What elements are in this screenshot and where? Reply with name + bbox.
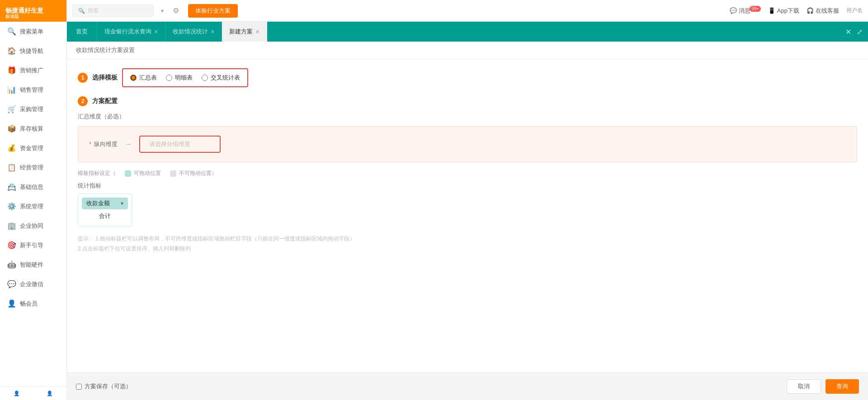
sidebar-item-corp-wechat[interactable]: 💬 企业微信 bbox=[0, 274, 66, 294]
sidebar-item-search-menu[interactable]: 🔍 搜索菜单 bbox=[0, 22, 66, 41]
operation-icon: 📋 bbox=[7, 163, 16, 172]
sidebar-bottom-avatar1[interactable]: 👤 bbox=[14, 391, 20, 396]
tab-home[interactable]: 首页 bbox=[67, 22, 97, 42]
main-area: 🔍 搜索 ▾ ⚙ 体验行业方案 💬 消息 99+ 📱 App下载 🎧 在线客服 … bbox=[67, 0, 868, 400]
save-checkbox[interactable] bbox=[76, 384, 82, 390]
topbar-right: 💬 消息 99+ 📱 App下载 🎧 在线客服 用户名 bbox=[730, 7, 863, 15]
step1-num: 1 bbox=[78, 73, 88, 83]
template-options: 汇总表 明细表 交叉统计表 bbox=[122, 68, 248, 87]
sidebar-item-capital[interactable]: 💰 资金管理 bbox=[0, 138, 66, 158]
download-item[interactable]: 📱 App下载 bbox=[768, 7, 799, 15]
sidebar-item-inventory[interactable]: 📦 库存核算 bbox=[0, 119, 66, 138]
topbar-chevron-icon[interactable]: ▾ bbox=[161, 8, 164, 14]
tab-home-label: 首页 bbox=[76, 28, 88, 36]
tab-new-plan-close-icon[interactable]: × bbox=[255, 28, 259, 35]
inventory-icon: 📦 bbox=[7, 124, 16, 133]
radio-detail-input[interactable] bbox=[166, 75, 172, 81]
sidebar-item-system[interactable]: ⚙️ 系统管理 bbox=[0, 197, 66, 216]
sidebar-item-operation[interactable]: 📋 经营管理 bbox=[0, 158, 66, 177]
hint-line-1: 提示： 1.拖动标题栏可以调整布局，不可跨维度或指标区域拖动栏目字段（只能在同一… bbox=[78, 234, 857, 244]
sidebar-item-newbie[interactable]: 🎯 新手引导 bbox=[0, 235, 66, 255]
dimension-arrow-icon: → bbox=[125, 140, 132, 148]
radio-summary-label: 汇总表 bbox=[139, 74, 157, 82]
sidebar-item-label: 采购管理 bbox=[20, 105, 43, 113]
sidebar-item-basic-info[interactable]: 📇 基础信息 bbox=[0, 177, 66, 197]
radio-cross-input[interactable] bbox=[202, 75, 208, 81]
gift-icon: 🎁 bbox=[7, 66, 16, 75]
topbar-gear-icon[interactable]: ⚙ bbox=[173, 6, 179, 15]
search-box[interactable]: 🔍 搜索 bbox=[72, 5, 154, 17]
sidebar-item-label: 资金管理 bbox=[20, 144, 43, 152]
sidebar-item-quick-nav[interactable]: 🏠 快捷导航 bbox=[0, 41, 66, 61]
search-icon: 🔍 bbox=[78, 8, 85, 14]
indicator-tag[interactable]: 收款金额 ▾ bbox=[82, 198, 128, 209]
sidebar-item-purchase[interactable]: 🛒 采购管理 bbox=[0, 99, 66, 119]
radio-summary[interactable]: 汇总表 bbox=[130, 74, 157, 82]
sidebar: 畅捷通好生意 标准版 🔍 搜索菜单 🏠 快捷导航 🎁 营销推广 📊 销售管理 🛒… bbox=[0, 0, 67, 400]
tab-cashflow[interactable]: 现金银行流水查询 × bbox=[97, 22, 165, 42]
tab-new-plan[interactable]: 新建方案 × bbox=[222, 22, 267, 42]
home-icon: 🏠 bbox=[7, 47, 16, 55]
tabbar-right-controls: ✕ ⤢ bbox=[840, 22, 868, 42]
radio-cross[interactable]: 交叉统计表 bbox=[202, 74, 240, 82]
sidebar-item-sales[interactable]: 📊 销售管理 bbox=[0, 80, 66, 99]
footer-actions: 取消 查询 bbox=[787, 379, 859, 394]
basic-info-icon: 📇 bbox=[7, 183, 16, 191]
step1-section: 1 选择模板 汇总表 明细表 交叉统计表 bbox=[78, 68, 857, 87]
save-option[interactable]: 方案保存（可选） bbox=[76, 382, 132, 391]
indicator-tag-chevron-icon[interactable]: ▾ bbox=[121, 200, 123, 207]
dimension-area: * 纵向维度 → 请选择分组维度 bbox=[78, 126, 857, 162]
step2-num: 2 bbox=[78, 96, 88, 106]
required-mark: * bbox=[89, 141, 91, 147]
sidebar-logo: 畅捷通好生意 标准版 bbox=[0, 0, 66, 22]
tab-close-all-icon[interactable]: ✕ bbox=[845, 28, 851, 36]
message-item[interactable]: 💬 消息 99+ bbox=[730, 7, 761, 15]
dimension-select[interactable]: 请选择分组维度 bbox=[139, 136, 221, 153]
indicator-legend-row: 模板指标设定（ 可拖动位置 不可拖动位置） bbox=[78, 169, 857, 177]
tab-cashflow-close-icon[interactable]: × bbox=[154, 28, 158, 35]
radio-summary-input[interactable] bbox=[130, 75, 137, 81]
content-area: 收款情况统计方案设置 1 选择模板 汇总表 明细表 bbox=[67, 42, 868, 400]
sidebar-item-label: 库存核算 bbox=[20, 125, 43, 133]
message-icon: 💬 bbox=[730, 7, 737, 14]
member-icon: 👤 bbox=[7, 299, 16, 308]
hardware-icon: 🤖 bbox=[7, 260, 16, 269]
sidebar-item-label: 系统管理 bbox=[20, 202, 43, 211]
sidebar-item-label: 企业协同 bbox=[20, 222, 43, 230]
stat-indicator-title: 统计指标 bbox=[78, 182, 857, 190]
tab-collection-stat-close-icon[interactable]: × bbox=[211, 28, 214, 35]
tab-new-plan-label: 新建方案 bbox=[229, 28, 253, 36]
save-label: 方案保存（可选） bbox=[85, 382, 132, 391]
avatar2-icon: 👤 bbox=[47, 391, 53, 396]
footer: 方案保存（可选） 取消 查询 bbox=[67, 372, 868, 400]
sidebar-item-label: 快捷导航 bbox=[20, 47, 43, 55]
sidebar-item-label: 搜索菜单 bbox=[20, 28, 43, 36]
indicator-total: 合计 bbox=[82, 209, 128, 223]
sidebar-bottom-avatar2[interactable]: 👤 bbox=[47, 391, 53, 396]
sales-icon: 📊 bbox=[7, 85, 16, 94]
step2-header: 2 方案配置 bbox=[78, 96, 857, 106]
query-button[interactable]: 查询 bbox=[826, 379, 859, 394]
indicator-section: 模板指标设定（ 可拖动位置 不可拖动位置） 统计指标 收款 bbox=[78, 169, 857, 254]
username: 用户名 bbox=[846, 7, 863, 14]
radio-detail[interactable]: 明细表 bbox=[166, 74, 193, 82]
non-draggable-legend-label: 不可拖动位置） bbox=[179, 169, 217, 177]
trial-button[interactable]: 体验行业方案 bbox=[188, 4, 238, 18]
cancel-button[interactable]: 取消 bbox=[787, 379, 821, 394]
sidebar-item-corp-collab[interactable]: 🏢 企业协同 bbox=[0, 216, 66, 235]
tab-collection-stat[interactable]: 收款情况统计 × bbox=[165, 22, 222, 42]
service-label: 在线客服 bbox=[816, 7, 839, 15]
service-item[interactable]: 🎧 在线客服 bbox=[807, 7, 839, 15]
service-icon: 🎧 bbox=[807, 7, 814, 14]
sidebar-item-smart-hardware[interactable]: 🤖 智能硬件 bbox=[0, 255, 66, 274]
form-container: 1 选择模板 汇总表 明细表 交叉统计表 bbox=[67, 59, 868, 372]
sidebar-item-marketing[interactable]: 🎁 营销推广 bbox=[0, 61, 66, 80]
sidebar-item-label: 智能硬件 bbox=[20, 261, 43, 269]
corp-collab-icon: 🏢 bbox=[7, 221, 16, 230]
page-title: 收款情况统计方案设置 bbox=[67, 42, 868, 59]
sidebar-item-member[interactable]: 👤 畅会员 bbox=[0, 294, 66, 313]
indicator-box: 收款金额 ▾ 合计 bbox=[78, 193, 132, 227]
tab-expand-icon[interactable]: ⤢ bbox=[857, 28, 863, 36]
hint-area: 提示： 1.拖动标题栏可以调整布局，不可跨维度或指标区域拖动栏目字段（只能在同一… bbox=[78, 234, 857, 254]
sidebar-bottom: 👤 👤 bbox=[0, 386, 66, 400]
